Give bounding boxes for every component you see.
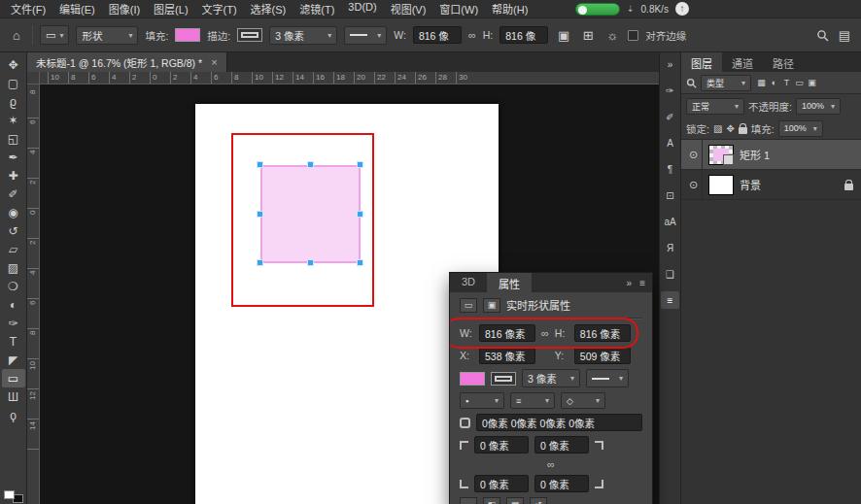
filter-shape-icon[interactable]: ▭ (793, 76, 806, 89)
lasso-tool[interactable]: ϱ (2, 92, 25, 111)
blend-mode-select[interactable]: 正常 ▾ (686, 98, 744, 115)
link-wh-icon[interactable]: ∞ (541, 327, 549, 339)
foreground-color-swatch[interactable] (4, 490, 15, 499)
prop-action-3-icon[interactable]: ▦ (506, 497, 524, 504)
layer-name[interactable]: 背景 (740, 177, 761, 192)
menu-item[interactable]: 视图(V) (384, 0, 433, 18)
radius-top-right-input[interactable]: 0 像素 (534, 436, 589, 454)
mask-properties-icon[interactable]: ▣ (483, 298, 500, 313)
pen-tool[interactable]: ✑ (2, 314, 25, 332)
filter-smart-object-icon[interactable]: ▣ (806, 76, 818, 89)
prop-action-2-icon[interactable]: ◧ (483, 497, 500, 504)
character-panel-icon[interactable]: A (661, 134, 679, 151)
radius-top-left-input[interactable]: 0 像素 (474, 436, 529, 454)
character-styles-icon[interactable]: aA (661, 213, 679, 230)
home-icon[interactable]: ⌂ (8, 26, 25, 44)
path-select-tool[interactable]: ◤ (2, 351, 25, 369)
lock-all-icon[interactable] (739, 127, 747, 134)
visibility-eye-icon[interactable]: ⊙ (685, 140, 703, 169)
menu-item[interactable]: 滤镜(T) (293, 0, 341, 18)
close-icon[interactable]: × (211, 56, 217, 68)
brush-settings-icon[interactable]: ✑ (661, 82, 679, 99)
paragraph-panel-icon[interactable]: ¶ (661, 160, 679, 178)
blur-tool[interactable]: ❍ (2, 277, 25, 295)
visibility-eye-icon[interactable]: ⊙ (685, 170, 703, 199)
history-brush-tool[interactable]: ↺ (2, 221, 25, 240)
link-radius-icon[interactable]: ∞ (547, 458, 555, 470)
shape-stroke-type-select[interactable]: ▾ (586, 369, 629, 387)
height-input[interactable]: 816 像 (499, 26, 548, 44)
healing-brush-tool[interactable]: ✚ (2, 166, 25, 185)
shape-stroke-swatch[interactable] (491, 372, 516, 386)
document-tab[interactable]: 未标题-1 @ 16.7% (矩形 1, RGB/8) * × (27, 52, 227, 72)
search-icon[interactable] (816, 29, 829, 42)
update-icon[interactable]: ↑ (675, 2, 689, 16)
ruler-corner[interactable] (27, 72, 40, 84)
clone-source-icon[interactable]: ⊡ (661, 186, 679, 204)
filter-adjustment-icon[interactable]: ◐ (768, 76, 780, 89)
layer-row-background[interactable]: ⊙ 背景 (681, 170, 861, 200)
shape-height-input[interactable]: 816 像素 (574, 324, 631, 342)
width-input[interactable]: 816 像 (413, 26, 462, 44)
shape-properties-icon[interactable]: ▭ (460, 298, 477, 313)
filter-kind-select[interactable]: 类型 ▾ (701, 75, 751, 91)
sync-status-badge[interactable] (575, 3, 620, 16)
shape-stroke-width-select[interactable]: 3 像素 ▾ (522, 369, 580, 387)
eyedropper-tool[interactable]: ✒ (2, 148, 25, 166)
zoom-tool[interactable]: ϙ (2, 406, 25, 424)
collapse-panel-icon[interactable]: » (627, 278, 633, 288)
stroke-type-select[interactable]: ▾ (344, 26, 387, 45)
filter-image-icon[interactable]: ▦ (755, 76, 768, 89)
properties-panel-icon[interactable]: ≡ (661, 291, 679, 309)
layer-name[interactable]: 矩形 1 (740, 147, 770, 162)
eraser-tool[interactable]: ▱ (2, 240, 25, 258)
menu-item[interactable]: 图层(L) (147, 0, 194, 18)
workspace-switcher-icon[interactable]: ▤ (836, 26, 853, 44)
3d-panel-icon[interactable]: ❑ (661, 265, 679, 283)
layer-thumbnail[interactable] (708, 145, 734, 165)
clone-stamp-tool[interactable]: ◉ (2, 203, 25, 221)
menu-item[interactable]: 窗口(W) (432, 0, 485, 18)
menu-item[interactable]: 文字(T) (195, 0, 244, 18)
marquee-tool[interactable]: ▢ (2, 74, 25, 92)
tool-preset-dropdown[interactable]: ▭ ▾ (40, 25, 69, 45)
layer-fill-select[interactable]: 100% ▾ (778, 120, 823, 137)
menu-item[interactable]: 编辑(E) (52, 0, 102, 18)
crop-tool[interactable]: ◱ (2, 129, 25, 148)
menu-item[interactable]: 帮助(H) (485, 0, 534, 18)
horizontal-ruler[interactable]: 108642024681012141618202224262830 (40, 72, 659, 84)
gradient-tool[interactable]: ▨ (2, 258, 25, 277)
stroke-align-select[interactable]: ▪ ▾ (460, 392, 504, 409)
layer-row-rectangle[interactable]: ⊙ 矩形 1 (681, 140, 861, 170)
panel-tab[interactable]: 图层 (681, 52, 722, 72)
radius-bottom-left-input[interactable]: 0 像素 (474, 475, 529, 492)
stroke-caps-select[interactable]: ≡ ▾ (510, 392, 555, 409)
panel-menu-icon[interactable]: ≡ (639, 278, 645, 288)
brush-presets-icon[interactable]: ✐ (661, 108, 679, 125)
menu-item[interactable]: 文件(F) (4, 0, 52, 18)
layer-thumbnail[interactable] (708, 175, 734, 195)
shape-width-input[interactable]: 816 像素 (479, 324, 535, 342)
type-tool[interactable]: T (2, 332, 25, 351)
prop-action-4-icon[interactable]: ↺ (530, 497, 547, 504)
menu-item[interactable]: 3D(D) (341, 0, 383, 18)
path-alignment-icon[interactable]: ⊞ (579, 26, 597, 44)
rectangle-tool[interactable]: ▭ (2, 369, 25, 387)
quick-select-tool[interactable]: ✶ (2, 111, 25, 129)
tab-properties[interactable]: 属性 (487, 273, 532, 292)
panel-tab[interactable]: 通道 (722, 52, 763, 72)
opacity-select[interactable]: 100% ▾ (796, 98, 841, 115)
lock-transparent-icon[interactable]: ▨ (713, 123, 722, 134)
stroke-width-select[interactable]: 3 像素 ▾ (269, 26, 337, 45)
hand-tool[interactable]: Ш (2, 387, 25, 406)
link-dimensions-icon[interactable]: ∞ (468, 29, 476, 41)
stroke-color-swatch[interactable] (237, 28, 262, 42)
fill-color-swatch[interactable] (175, 28, 200, 42)
move-tool[interactable]: ✥ (2, 55, 25, 74)
filter-type-icon[interactable]: T (780, 76, 793, 89)
shape-fill-swatch[interactable] (460, 372, 485, 386)
radius-bottom-right-input[interactable]: 0 像素 (534, 475, 589, 492)
tool-mode-select[interactable]: 形状 ▾ (76, 26, 138, 45)
gear-icon[interactable]: ☼ (603, 26, 621, 44)
shape-y-input[interactable]: 509 像素 (574, 347, 631, 364)
